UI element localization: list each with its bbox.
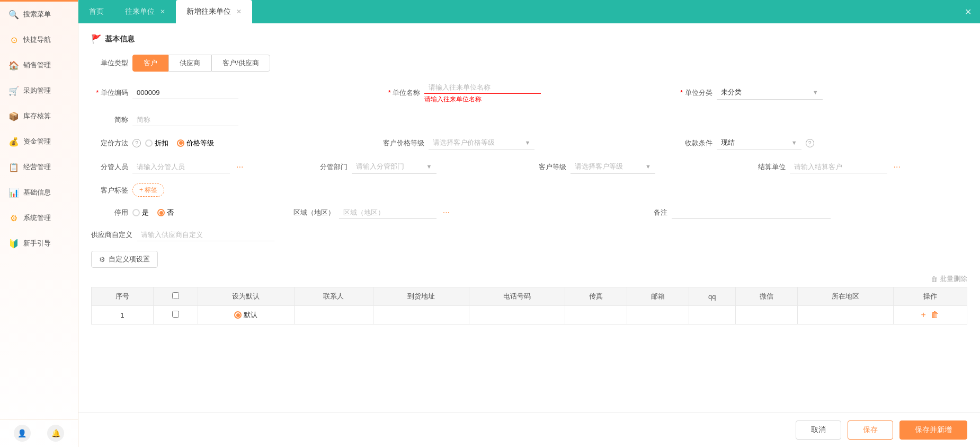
sidebar-item-inventory[interactable]: 📦 库存核算 — [0, 103, 78, 129]
tab-contacts[interactable]: 往来单位 ✕ — [114, 0, 176, 23]
manager-input[interactable] — [132, 161, 230, 173]
tab-new-contact[interactable]: 新增往来单位 ✕ — [176, 0, 252, 23]
disabled-radio-no[interactable]: 否 — [157, 208, 174, 217]
supplier-custom-group: 供应商自定义 — [91, 229, 967, 241]
batch-delete-label[interactable]: 批量删除 — [940, 274, 967, 284]
row-checkbox — [153, 306, 198, 325]
row-add-icon[interactable]: + — [921, 310, 925, 319]
customer-price-label: 客户价格等级 — [383, 138, 424, 148]
unit-category-select[interactable]: 未分类 ▼ — [717, 85, 823, 100]
settlement-group: 结算单位 ··· — [749, 161, 968, 173]
region-input[interactable] — [339, 206, 436, 219]
custom-settings-button[interactable]: ⚙ 自定义项设置 — [91, 251, 158, 268]
abbr-label: 简称 — [91, 115, 128, 125]
section-flag-icon: 🚩 — [91, 34, 102, 44]
select-all-checkbox[interactable] — [172, 292, 179, 299]
sidebar: 🔍 搜索菜单 ⊙ 快捷导航 🏠 销售管理 🛒 采购管理 📦 库存核算 💰 资金管… — [0, 0, 78, 447]
settings-gear-icon: ⚙ — [99, 256, 105, 264]
search-icon: 🔍 — [8, 9, 19, 20]
row-default-radio[interactable]: 默认 — [203, 310, 288, 320]
unit-type-btn-group: 客户 供应商 客户/供应商 — [132, 55, 270, 72]
dept-select[interactable]: 请输入分管部门 ▼ — [352, 160, 436, 174]
unit-info-row: 单位编码 单位名称 请输入往来单位名称 单位分类 未分类 ▼ — [91, 81, 967, 104]
batch-delete-icon: 🗑 — [931, 275, 938, 283]
unit-code-input[interactable] — [132, 86, 238, 99]
tab-new-contact-close[interactable]: ✕ — [236, 8, 242, 15]
settlement-input[interactable] — [790, 161, 887, 173]
unit-name-error: 请输入往来单位名称 — [424, 95, 541, 104]
section-title-label: 基本信息 — [105, 34, 135, 44]
row-delete-icon[interactable]: 🗑 — [931, 310, 939, 319]
sidebar-label-basic-info: 基础信息 — [23, 188, 51, 197]
col-checkbox — [153, 287, 198, 306]
remark-input[interactable] — [672, 206, 831, 219]
yes-radio-circle — [132, 209, 140, 216]
main-area: 首页 往来单位 ✕ 新增往来单位 ✕ ✕ 🚩 基本信息 单位类型 客户 供应商 … — [78, 0, 980, 447]
customer-price-select[interactable]: 请选择客户价格等级 ▼ — [429, 136, 534, 150]
col-region: 所在地区 — [797, 287, 893, 306]
purchase-icon: 🛒 — [8, 85, 19, 96]
sidebar-item-quick-nav[interactable]: ⊙ 快捷导航 — [0, 27, 78, 52]
save-button[interactable]: 保存 — [848, 420, 893, 440]
sidebar-search[interactable]: 🔍 搜索菜单 — [0, 2, 78, 27]
tab-bar: 首页 往来单位 ✕ 新增往来单位 ✕ ✕ — [78, 0, 980, 23]
payment-help-icon[interactable]: ? — [806, 139, 814, 147]
sidebar-item-operations[interactable]: 📋 经营管理 — [0, 154, 78, 180]
unit-name-wrap: 请输入往来单位名称 — [424, 81, 541, 104]
pricing-radio-discount[interactable]: 折扣 — [145, 138, 168, 148]
table-row: 1 默认 — [92, 306, 967, 325]
pricing-help-icon[interactable]: ? — [132, 139, 141, 147]
table-header-row: 序号 设为默认 联系人 到货地址 电话号码 传真 邮箱 qq 微信 所在地区 操… — [92, 287, 967, 306]
tab-contacts-close[interactable]: ✕ — [160, 8, 165, 15]
customer-level-arrow: ▼ — [645, 163, 651, 170]
supplier-custom-input[interactable] — [137, 229, 274, 241]
save-new-button[interactable]: 保存并新增 — [899, 420, 967, 440]
inventory-icon: 📦 — [8, 111, 19, 121]
payment-select[interactable]: 现结 ▼ — [717, 136, 801, 150]
unit-name-input[interactable] — [424, 81, 541, 94]
unit-type-customer-btn[interactable]: 客户 — [132, 55, 168, 72]
customer-level-select[interactable]: 请选择客户等级 ▼ — [571, 160, 655, 174]
unit-type-supplier-btn[interactable]: 供应商 — [168, 55, 211, 72]
disabled-radio-yes[interactable]: 是 — [132, 208, 149, 217]
region-label: 区域（地区） — [293, 208, 335, 217]
cancel-button[interactable]: 取消 — [796, 420, 841, 440]
finance-icon: 💰 — [8, 136, 19, 147]
col-action: 操作 — [893, 287, 967, 306]
manager-more-icon[interactable]: ··· — [234, 162, 245, 172]
row-select-checkbox[interactable] — [172, 311, 179, 318]
tab-home[interactable]: 首页 — [78, 0, 114, 23]
abbr-input[interactable] — [132, 113, 238, 126]
sidebar-label-newbie: 新手引导 — [23, 239, 51, 248]
settlement-more-icon[interactable]: ··· — [892, 162, 903, 172]
row-email — [627, 306, 689, 325]
batch-delete-bar: 🗑 批量删除 — [91, 274, 967, 284]
region-more-icon[interactable]: ··· — [441, 208, 452, 217]
unit-type-row: 单位类型 客户 供应商 客户/供应商 — [91, 55, 967, 72]
unit-code-group: 单位编码 — [91, 86, 383, 99]
unit-category-value: 未分类 — [721, 87, 742, 97]
dept-placeholder: 请输入分管部门 — [356, 162, 404, 171]
dept-arrow: ▼ — [426, 163, 432, 170]
tab-bar-close[interactable]: ✕ — [956, 7, 980, 17]
unit-type-both-btn[interactable]: 客户/供应商 — [211, 55, 270, 72]
sidebar-item-newbie[interactable]: 🔰 新手引导 — [0, 231, 78, 256]
section-basic-info: 🚩 基本信息 — [91, 34, 967, 44]
dept-label: 分管部门 — [310, 162, 348, 172]
system-icon: ⚙ — [8, 213, 19, 223]
sidebar-item-purchase[interactable]: 🛒 采购管理 — [0, 78, 78, 103]
sidebar-item-finance[interactable]: 💰 资金管理 — [0, 129, 78, 154]
sidebar-item-sales[interactable]: 🏠 销售管理 — [0, 52, 78, 78]
unit-code-label: 单位编码 — [91, 88, 128, 98]
unit-category-arrow: ▼ — [813, 89, 818, 95]
col-phone: 电话号码 — [469, 287, 565, 306]
sidebar-user-icon[interactable]: 👤 — [14, 425, 31, 442]
sidebar-item-system[interactable]: ⚙ 系统管理 — [0, 205, 78, 231]
add-tag-button[interactable]: + 标签 — [132, 183, 164, 197]
pricing-radio-price-level[interactable]: 价格等级 — [177, 138, 214, 148]
sidebar-notify-icon[interactable]: 🔔 — [47, 425, 64, 442]
row-default: 默认 — [198, 306, 294, 325]
payment-group: 收款条件 现结 ▼ ? — [675, 136, 967, 150]
no-label: 否 — [167, 208, 174, 217]
sidebar-item-basic-info[interactable]: 📊 基础信息 — [0, 180, 78, 205]
